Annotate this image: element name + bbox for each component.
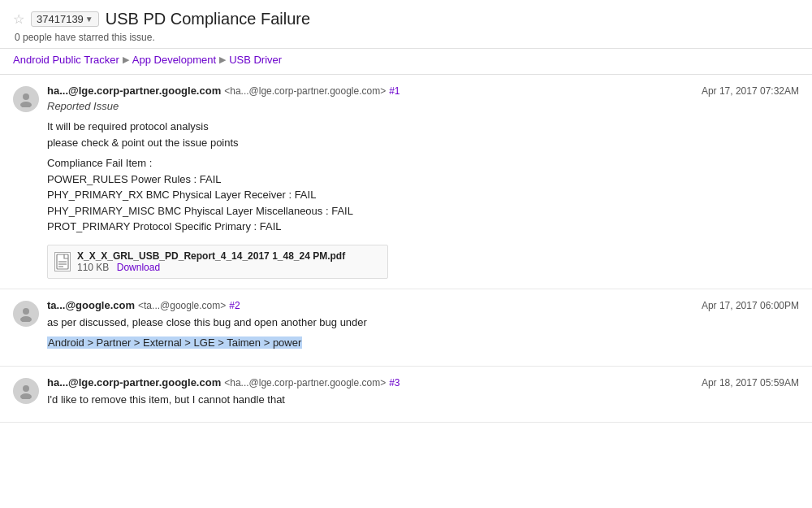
comment-text-1: It will be required protocol analysisple… — [47, 119, 799, 235]
comment-author-email-2: <ta...@google.com> — [138, 300, 226, 311]
comment-2: ta...@google.com <ta...@google.com> #2 A… — [0, 289, 812, 367]
comment-author-3: ha...@lge.corp-partner.google.com — [47, 376, 221, 389]
issue-title: USB PD Compliance Failure — [106, 10, 310, 28]
comment-line-2-1: as per discussed, please close this bug … — [47, 315, 799, 331]
comment-date-3: Apr 18, 2017 05:59AM — [702, 377, 799, 389]
comment-body-1: ha...@lge.corp-partner.google.com <ha...… — [47, 85, 799, 279]
comment-line-1-1: It will be required protocol analysisple… — [47, 119, 799, 150]
svg-point-1 — [20, 102, 32, 107]
issue-title-row: ☆ 37417139 ▼ USB PD Compliance Failure — [13, 10, 799, 28]
comment-body-3: ha...@lge.corp-partner.google.com <ha...… — [47, 376, 799, 413]
svg-point-9 — [20, 393, 32, 399]
breadcrumb: Android Public Tracker ▶ App Development… — [0, 49, 812, 74]
star-icon[interactable]: ☆ — [13, 11, 24, 27]
breadcrumb-sep-2: ▶ — [219, 54, 226, 65]
issue-id[interactable]: 37417139 ▼ — [31, 11, 99, 27]
issue-id-dropdown-icon: ▼ — [85, 15, 93, 24]
svg-point-8 — [23, 385, 29, 392]
comment-date-1: Apr 17, 2017 07:32AM — [702, 85, 799, 97]
avatar-1 — [13, 86, 39, 112]
attachment-name-1: X_X_X_GRL_USB_PD_Report_4_14_2017 1_48_2… — [77, 250, 381, 262]
avatar-3 — [13, 378, 39, 404]
comment-1: ha...@lge.corp-partner.google.com <ha...… — [0, 75, 812, 289]
comment-header-3: ha...@lge.corp-partner.google.com <ha...… — [47, 376, 799, 389]
breadcrumb-android-public-tracker[interactable]: Android Public Tracker — [13, 54, 119, 66]
comment-author-email-1: <ha...@lge.corp-partner.google.com> — [224, 85, 386, 97]
comment-text-2: as per discussed, please close this bug … — [47, 315, 799, 351]
comment-author-2: ta...@google.com — [47, 299, 135, 311]
comment-num-2[interactable]: #2 — [229, 300, 240, 311]
comment-author-section-1: ha...@lge.corp-partner.google.com <ha...… — [47, 85, 400, 97]
attachment-meta-1: 110 KB Download — [77, 262, 381, 273]
comment-3: ha...@lge.corp-partner.google.com <ha...… — [0, 367, 812, 423]
comment-header-1: ha...@lge.corp-partner.google.com <ha...… — [47, 85, 799, 97]
comment-label-1: Reported Issue — [47, 100, 799, 112]
comment-author-section-3: ha...@lge.corp-partner.google.com <ha...… — [47, 376, 400, 389]
comment-num-1[interactable]: #1 — [389, 85, 400, 97]
comment-date-2: Apr 17, 2017 06:00PM — [702, 300, 799, 311]
breadcrumb-usb-driver[interactable]: USB Driver — [229, 54, 282, 66]
comment-author-section-2: ta...@google.com <ta...@google.com> #2 — [47, 299, 240, 311]
comment-text-3: I'd like to remove this item, but I cann… — [47, 392, 799, 408]
attachment-size-1: 110 KB — [77, 262, 109, 273]
breadcrumb-app-development[interactable]: App Development — [132, 54, 216, 66]
attachment-1: X_X_X_GRL_USB_PD_Report_4_14_2017 1_48_2… — [47, 245, 388, 279]
comment-author-1: ha...@lge.corp-partner.google.com — [47, 85, 221, 97]
comment-body-2: ta...@google.com <ta...@google.com> #2 A… — [47, 299, 799, 356]
file-icon-1 — [54, 252, 71, 271]
comments-area: ha...@lge.corp-partner.google.com <ha...… — [0, 74, 812, 423]
avatar-2 — [13, 301, 39, 327]
comment-highlighted-2: Android > Partner > External > LGE > Tai… — [47, 335, 799, 351]
highlight-text-2: Android > Partner > External > LGE > Tai… — [47, 336, 302, 349]
issue-id-number: 37417139 — [37, 13, 84, 25]
attachment-download-1[interactable]: Download — [117, 262, 160, 273]
issue-header: ☆ 37417139 ▼ USB PD Compliance Failure 0… — [0, 0, 812, 49]
comment-author-email-3: <ha...@lge.corp-partner.google.com> — [224, 377, 386, 389]
attachment-info-1: X_X_X_GRL_USB_PD_Report_4_14_2017 1_48_2… — [77, 250, 381, 273]
comment-num-3[interactable]: #3 — [389, 377, 400, 389]
starred-count: 0 people have starred this issue. — [13, 32, 799, 43]
comment-line-1-2: Compliance Fail Item : POWER_RULES Power… — [47, 155, 799, 235]
comment-line-3-1: I'd like to remove this item, but I cann… — [47, 392, 799, 408]
svg-point-0 — [23, 93, 29, 100]
svg-point-6 — [23, 308, 29, 315]
breadcrumb-sep-1: ▶ — [123, 54, 129, 65]
comment-header-2: ta...@google.com <ta...@google.com> #2 A… — [47, 299, 799, 311]
svg-point-7 — [20, 316, 32, 322]
